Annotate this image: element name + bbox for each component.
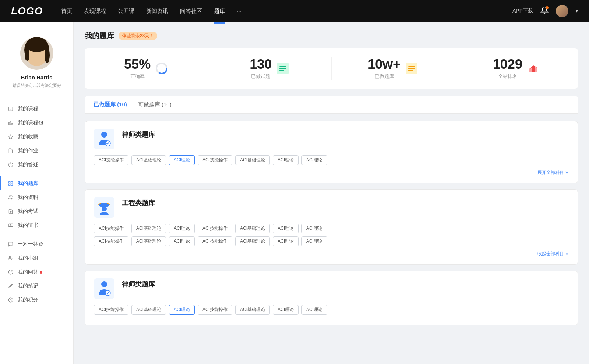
expand-link-lawyer-1[interactable]: 展开全部科目 ∨ bbox=[94, 168, 569, 176]
main-content: 我的题库 体验剩余23天！ 55% 正确率 bbox=[74, 22, 589, 364]
qbank-card-lawyer-2: 律师类题库 ACI技能操作 ACI基础理论 ACI理论 ACI技能操作 ACI基… bbox=[85, 271, 578, 325]
sidebar-label-questions: 我的答疑 bbox=[18, 161, 38, 168]
stat-label-correct-rate: 正确率 bbox=[124, 73, 151, 80]
tag-5[interactable]: ACI理论 bbox=[273, 155, 299, 165]
qbank-tags-engineer-row1: ACI技能操作 ACI基础理论 ACI理论 ACI技能操作 ACI基础理论 AC… bbox=[94, 224, 569, 233]
sidebar-item-courses[interactable]: 我的课程 bbox=[0, 102, 73, 116]
qbank-title-engineer: 工程类题库 bbox=[122, 197, 155, 207]
eng-tag-6[interactable]: ACI理论 bbox=[301, 224, 327, 233]
navbar-right: APP下载 ▾ bbox=[512, 5, 578, 17]
sidebar-label-group: 我的小组 bbox=[18, 255, 38, 261]
avatar[interactable] bbox=[556, 5, 568, 17]
nav-news[interactable]: 新闻资讯 bbox=[146, 6, 168, 16]
notification-bell[interactable] bbox=[540, 6, 549, 16]
star-icon bbox=[7, 133, 14, 140]
svg-rect-31 bbox=[279, 68, 286, 69]
divider-2 bbox=[0, 235, 73, 235]
homework-icon bbox=[7, 147, 14, 154]
sidebar-item-course-package[interactable]: 我的课程包... bbox=[0, 116, 73, 130]
cert-icon bbox=[7, 222, 14, 229]
eng-tag-2[interactable]: ACI理论 bbox=[169, 224, 195, 233]
qbank-tags-engineer-row2: ACI技能操作 ACI基础理论 ACI理论 ACI技能操作 ACI基础理论 AC… bbox=[94, 236, 569, 246]
sidebar-item-points[interactable]: 我的积分 bbox=[0, 293, 73, 307]
sidebar-item-exam[interactable]: 我的考试 bbox=[0, 204, 73, 218]
eng-tag-r2-1[interactable]: ACI基础理论 bbox=[131, 236, 166, 246]
svg-point-4 bbox=[45, 47, 50, 63]
l2-tag-5[interactable]: ACI理论 bbox=[273, 305, 299, 315]
svg-point-40 bbox=[101, 132, 107, 138]
l2-tag-1[interactable]: ACI基础理论 bbox=[131, 305, 166, 315]
eng-tag-1[interactable]: ACI基础理论 bbox=[131, 224, 166, 233]
nav-more[interactable]: ··· bbox=[237, 7, 241, 16]
sidebar-label-notes: 我的笔记 bbox=[18, 283, 38, 289]
nav-discover[interactable]: 发现课程 bbox=[84, 6, 106, 16]
nav-menu: 首页 发现课程 公开课 新闻资讯 问答社区 题库 ··· bbox=[61, 6, 512, 16]
avatar-dropdown-arrow[interactable]: ▾ bbox=[576, 8, 578, 14]
eng-tag-r2-2[interactable]: ACI理论 bbox=[169, 236, 195, 246]
stat-label-done-questions: 已做试题 bbox=[250, 73, 272, 80]
sidebar-item-profile[interactable]: 我的资料 bbox=[0, 190, 73, 204]
sidebar-label-my-qa: 我的问答 bbox=[18, 269, 38, 275]
people-icon bbox=[7, 194, 14, 201]
qbank-icon-lawyer-2 bbox=[94, 278, 114, 299]
l2-tag-6[interactable]: ACI理论 bbox=[301, 305, 327, 315]
eng-tag-r2-6[interactable]: ACI理论 bbox=[301, 236, 327, 246]
l2-tag-3[interactable]: ACI技能操作 bbox=[198, 305, 232, 315]
sidebar-item-tutoring[interactable]: 一对一答疑 bbox=[0, 237, 73, 251]
svg-rect-16 bbox=[9, 184, 10, 186]
svg-rect-30 bbox=[279, 66, 286, 67]
question-icon bbox=[7, 161, 14, 168]
tag-3[interactable]: ACI技能操作 bbox=[198, 155, 232, 165]
nav-qbank[interactable]: 题库 bbox=[214, 6, 225, 16]
svg-rect-43 bbox=[101, 203, 107, 205]
sidebar-item-homework[interactable]: 我的作业 bbox=[0, 144, 73, 158]
tab-done-qbank[interactable]: 已做题库 (10) bbox=[94, 96, 127, 113]
tag-6[interactable]: ACI理论 bbox=[301, 155, 327, 165]
group-icon bbox=[7, 255, 14, 261]
sidebar-item-certificate[interactable]: 我的证书 bbox=[0, 218, 73, 232]
tab-available-qbank[interactable]: 可做题库 (10) bbox=[138, 96, 172, 113]
sidebar-item-questions[interactable]: 我的答疑 bbox=[0, 158, 73, 172]
sidebar-user-name: Brian Harris bbox=[6, 74, 67, 81]
sidebar-label-profile: 我的资料 bbox=[18, 194, 38, 201]
eng-tag-r2-4[interactable]: ACI基础理论 bbox=[235, 236, 270, 246]
tag-4[interactable]: ACI基础理论 bbox=[235, 155, 270, 165]
qbank-icon-lawyer-1 bbox=[94, 129, 114, 149]
list-green-icon bbox=[276, 62, 289, 75]
svg-rect-8 bbox=[9, 122, 10, 125]
qa-icon bbox=[7, 269, 14, 275]
tag-0[interactable]: ACI技能操作 bbox=[94, 155, 128, 165]
eng-tag-r2-3[interactable]: ACI技能操作 bbox=[198, 236, 232, 246]
l2-tag-4[interactable]: ACI基础理论 bbox=[235, 305, 270, 315]
svg-point-2 bbox=[26, 38, 48, 52]
svg-rect-38 bbox=[532, 66, 535, 72]
sidebar-item-group[interactable]: 我的小组 bbox=[0, 251, 73, 265]
app-download-link[interactable]: APP下载 bbox=[512, 8, 533, 14]
sidebar-item-my-qa[interactable]: 我的问答 bbox=[0, 265, 73, 279]
l2-tag-2[interactable]: ACI理论 bbox=[169, 305, 195, 315]
sidebar-item-qbank[interactable]: 我的题库 bbox=[0, 176, 73, 190]
eng-tag-3[interactable]: ACI技能操作 bbox=[198, 224, 232, 233]
nav-home[interactable]: 首页 bbox=[61, 6, 72, 16]
sidebar-item-notes[interactable]: 我的笔记 bbox=[0, 279, 73, 293]
eng-tag-r2-5[interactable]: ACI理论 bbox=[273, 236, 299, 246]
sidebar-item-favorites[interactable]: 我的收藏 bbox=[0, 130, 73, 144]
svg-rect-17 bbox=[11, 184, 13, 186]
svg-point-45 bbox=[101, 281, 107, 287]
eng-tag-r2-0[interactable]: ACI技能操作 bbox=[94, 236, 128, 246]
sidebar-label-exam: 我的考试 bbox=[18, 208, 38, 215]
qbank-icon-engineer bbox=[94, 197, 114, 218]
collapse-link-engineer[interactable]: 收起全部科目 ∧ bbox=[94, 249, 569, 257]
sidebar-label-certificate: 我的证书 bbox=[18, 222, 38, 229]
nav-open-course[interactable]: 公开课 bbox=[118, 6, 134, 16]
l2-tag-0[interactable]: ACI技能操作 bbox=[94, 305, 128, 315]
stat-label-done-qbank: 已做题库 bbox=[368, 73, 401, 80]
eng-tag-0[interactable]: ACI技能操作 bbox=[94, 224, 128, 233]
tag-1[interactable]: ACI基础理论 bbox=[131, 155, 166, 165]
nav-qa[interactable]: 问答社区 bbox=[180, 6, 202, 16]
tag-2[interactable]: ACI理论 bbox=[169, 155, 195, 165]
svg-rect-37 bbox=[529, 68, 532, 72]
eng-tag-4[interactable]: ACI基础理论 bbox=[235, 224, 270, 233]
list-yellow-icon bbox=[405, 62, 418, 75]
eng-tag-5[interactable]: ACI理论 bbox=[273, 224, 299, 233]
